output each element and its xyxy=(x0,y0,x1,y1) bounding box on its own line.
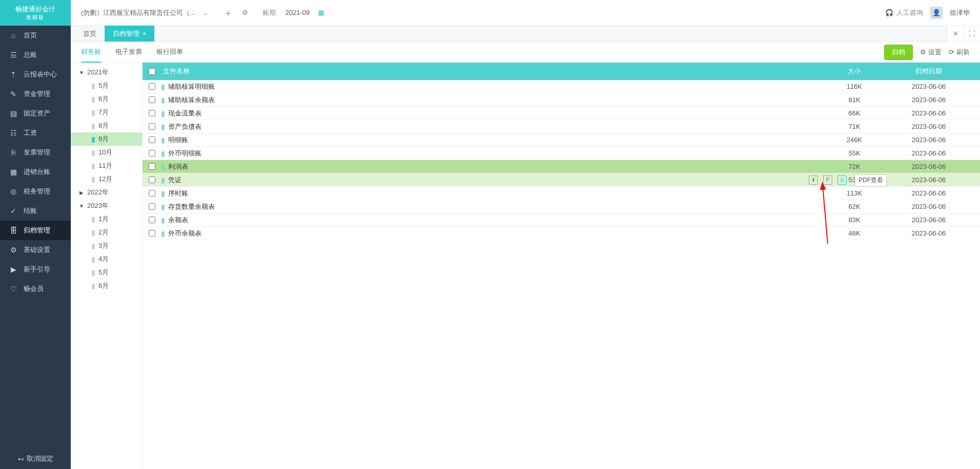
file-name: 辅助核算余额表 xyxy=(168,95,215,105)
tree-month[interactable]: ▮9月 xyxy=(71,132,142,146)
tree-month[interactable]: ▮3月 xyxy=(71,239,142,252)
tabbar-close-button[interactable]: ✕ xyxy=(947,26,964,42)
table-row[interactable]: ▮序时账 113K 2023-06-06 xyxy=(143,187,980,200)
tree-month[interactable]: ▮8月 xyxy=(71,119,142,132)
file-size: 116K xyxy=(821,83,888,90)
sidebar-item-10[interactable]: 🗄归档管理 xyxy=(0,221,71,240)
sidebar-item-7[interactable]: ▦进销台账 xyxy=(0,162,71,182)
tree-month[interactable]: ▮11月 xyxy=(71,159,142,172)
download-icon[interactable]: ⬇ xyxy=(809,175,818,185)
folder-icon: ▮ xyxy=(91,215,95,223)
file-icon: ▮ xyxy=(161,229,165,238)
sidebar-item-0[interactable]: ⌂首页 xyxy=(0,26,71,45)
table-row[interactable]: ▮余额表 83K 2023-06-06 xyxy=(143,213,980,227)
table-row[interactable]: ▮凭证 53K 2023-06-06 ⬇ P ◎ PDF查看 xyxy=(143,173,980,187)
settings-icon[interactable]: ⚙ xyxy=(242,9,248,16)
table-row[interactable]: ▮利润表 72K 2023-06-06 xyxy=(143,160,980,173)
row-checkbox[interactable] xyxy=(149,110,155,116)
row-checkbox[interactable] xyxy=(149,190,155,197)
tree-year-0[interactable]: ▼2021年 xyxy=(71,66,142,79)
company-dropdown-icon[interactable]: ⌄ xyxy=(203,9,208,16)
row-checkbox[interactable] xyxy=(149,96,155,103)
tree-month[interactable]: ▮5月 xyxy=(71,266,142,279)
table-row[interactable]: ▮资产负债表 71K 2023-06-06 xyxy=(143,120,980,133)
tree-year-2[interactable]: ▼2023年 xyxy=(71,199,142,212)
tabbar-fullscreen-button[interactable]: ⛶ xyxy=(964,26,980,42)
tree-month[interactable]: ▮10月 xyxy=(71,146,142,159)
table-row[interactable]: ▮辅助核算余额表 81K 2023-06-06 xyxy=(143,93,980,107)
add-button[interactable]: ＋ xyxy=(224,7,233,19)
table-row[interactable]: ▮现金流量表 66K 2023-06-06 xyxy=(143,107,980,120)
calendar-icon[interactable]: ▦ xyxy=(318,9,324,16)
headset-support[interactable]: 🎧 人工咨询 xyxy=(885,8,923,17)
row-checkbox[interactable] xyxy=(149,150,155,157)
subtab-2[interactable]: 银行回单 xyxy=(156,42,183,63)
sidebar-item-3[interactable]: ✎资金管理 xyxy=(0,84,71,104)
pdf-icon[interactable]: P xyxy=(823,175,832,185)
table-row[interactable]: ▮明细账 246K 2023-06-06 xyxy=(143,133,980,147)
refresh-link[interactable]: ⟳ 刷新 xyxy=(949,48,970,57)
row-checkbox[interactable] xyxy=(149,163,155,170)
tree-month[interactable]: ▮2月 xyxy=(71,226,142,239)
sidebar-item-1[interactable]: ☰总账 xyxy=(0,45,71,65)
view-pdf-icon[interactable]: ◎ xyxy=(837,175,847,185)
row-checkbox[interactable] xyxy=(149,83,155,90)
row-checkbox[interactable] xyxy=(149,203,155,210)
subtab-0[interactable]: 财务账 xyxy=(81,42,101,63)
sidebar-item-12[interactable]: ▶新手引导 xyxy=(0,260,71,279)
file-name: 凭证 xyxy=(168,175,182,185)
tab-label: 归档管理 xyxy=(113,29,139,38)
file-icon: ▮ xyxy=(161,176,165,184)
folder-icon: ▮ xyxy=(91,228,95,237)
table-row[interactable]: ▮辅助核算明细账 116K 2023-06-06 xyxy=(143,80,980,93)
sidebar-item-2[interactable]: ⇡云报表中心 xyxy=(0,65,71,84)
archive-date: 2023-06-06 xyxy=(888,123,970,130)
settings-link[interactable]: ⚙ 设置 xyxy=(920,48,942,57)
sidebar-item-icon: ▶ xyxy=(9,265,17,273)
period-value[interactable]: 2021-09 xyxy=(285,9,310,16)
row-checkbox[interactable] xyxy=(149,230,155,237)
table-row[interactable]: ▮存货数量余额表 62K 2023-06-06 xyxy=(143,200,980,213)
tree-month[interactable]: ▮6月 xyxy=(71,279,142,292)
sidebar-item-label: 归档管理 xyxy=(24,226,50,235)
archive-button[interactable]: 归档 xyxy=(884,45,913,60)
unpin-button[interactable]: ↤ 取消固定 xyxy=(0,448,71,469)
tree-month[interactable]: ▮12月 xyxy=(71,172,142,186)
row-checkbox[interactable] xyxy=(149,217,155,223)
tree-month[interactable]: ▮1月 xyxy=(71,212,142,226)
tree-month[interactable]: ▮4月 xyxy=(71,252,142,266)
tab-close-icon[interactable]: × xyxy=(143,30,146,37)
username[interactable]: 徐泽华 xyxy=(950,8,970,17)
row-checkbox[interactable] xyxy=(149,136,155,143)
tree-year-1[interactable]: ▶2022年 xyxy=(71,186,142,199)
folder-icon: ▮ xyxy=(91,255,95,263)
sidebar-item-icon: 🗄 xyxy=(9,226,17,234)
sidebar-item-9[interactable]: ✓结账 xyxy=(0,201,71,221)
sidebar-item-6[interactable]: ⎘发票管理 xyxy=(0,143,71,162)
table-row[interactable]: ▮外币明细账 55K 2023-06-06 xyxy=(143,147,980,160)
subtab-1[interactable]: 电子发票 xyxy=(115,42,142,63)
table-row[interactable]: ▮外币余额表 48K 2023-06-06 xyxy=(143,227,980,240)
tree-month[interactable]: ▮6月 xyxy=(71,92,142,106)
page-tab-1[interactable]: 归档管理× xyxy=(105,26,154,42)
sidebar-item-13[interactable]: ♡畅会员 xyxy=(0,279,71,299)
file-size: 55K xyxy=(821,149,888,157)
sidebar-item-8[interactable]: ◎税务管理 xyxy=(0,182,71,201)
row-checkbox[interactable] xyxy=(149,177,155,183)
user-avatar[interactable]: 👤 xyxy=(930,7,943,19)
caret-icon: ▶ xyxy=(79,190,84,196)
folder-icon: ▮ xyxy=(91,122,95,130)
page-tab-0[interactable]: 首页 xyxy=(75,26,105,42)
sidebar-item-5[interactable]: ☷工资 xyxy=(0,123,71,143)
tree-month[interactable]: ▮5月 xyxy=(71,79,142,92)
sidebar-item-label: 发票管理 xyxy=(24,148,50,157)
tree-month-label: 5月 xyxy=(98,268,109,277)
tree-month[interactable]: ▮7月 xyxy=(71,106,142,119)
sidebar-item-label: 结账 xyxy=(24,206,37,216)
header-size: 大小 xyxy=(821,67,888,76)
select-all-checkbox[interactable] xyxy=(149,68,155,75)
sidebar-item-4[interactable]: ▤固定资产 xyxy=(0,104,71,123)
folder-icon: ▮ xyxy=(91,175,95,183)
row-checkbox[interactable] xyxy=(149,123,155,130)
sidebar-item-11[interactable]: ⚙基础设置 xyxy=(0,240,71,260)
